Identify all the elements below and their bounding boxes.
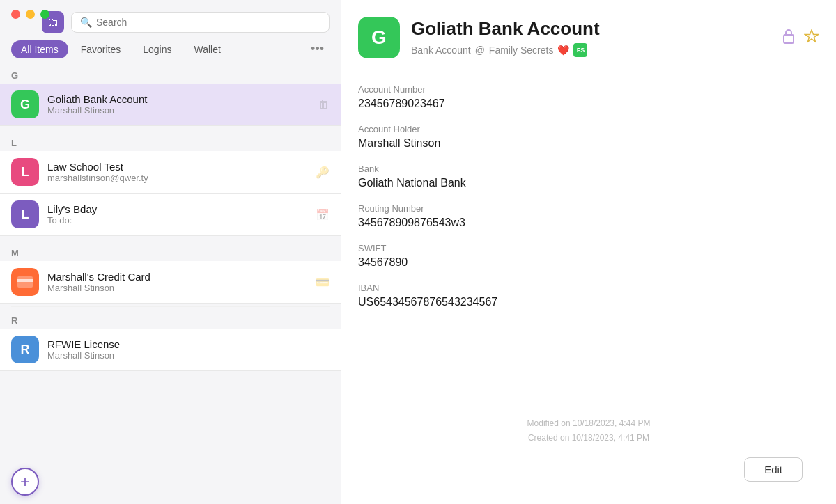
divider	[11, 306, 330, 307]
item-action-lawschool: 🔑	[316, 166, 330, 179]
field-group-bank: BankGoliath National Bank	[358, 164, 819, 189]
item-sub-rfwie: Marshall Stinson	[47, 350, 330, 361]
svg-rect-2	[784, 35, 794, 43]
field-value[interactable]: 345678909876543w3	[358, 216, 819, 229]
field-label: Account Number	[358, 84, 819, 95]
field-label: Bank	[358, 164, 819, 174]
close-button[interactable]	[11, 10, 20, 19]
item-icon-goliath: G	[11, 90, 39, 118]
detail-heart: ❤️	[557, 45, 569, 56]
item-info-lawschool: Law School Test marshallstinson@qwer.ty	[47, 161, 316, 183]
search-input[interactable]	[96, 17, 320, 28]
svg-marker-3	[805, 30, 819, 42]
app-container: 🗂 🔍 All Items Favorites Logins Wallet ••…	[0, 0, 836, 504]
item-icon-lilybday: L	[11, 200, 39, 228]
section-header-r: R	[0, 310, 341, 329]
item-name-rfwie: RFWIE License	[47, 338, 330, 350]
item-sub-creditcard: Marshall Stinson	[47, 283, 316, 293]
minimize-button[interactable]	[26, 10, 35, 19]
field-label: Routing Number	[358, 203, 819, 214]
field-group-swift: SWIFT34567890	[358, 243, 819, 269]
list-item-creditcard[interactable]: Marshall's Credit Card Marshall Stinson …	[0, 261, 341, 304]
field-group-iban: IBANUS65434567876543234567	[358, 283, 819, 308]
detail-type: Bank Account	[411, 45, 471, 56]
sidebar-tabs: All Items Favorites Logins Wallet •••	[0, 39, 341, 65]
field-label: IBAN	[358, 283, 819, 293]
detail-subtitle: Bank Account @ Family Secrets ❤️ FS	[411, 43, 782, 57]
svg-rect-1	[17, 279, 33, 282]
tab-wallet[interactable]: Wallet	[185, 40, 231, 58]
field-value[interactable]: Marshall Stinson	[358, 137, 819, 150]
detail-timestamps: Modified on 10/18/2023, 4:44 PM Created …	[358, 416, 819, 446]
field-value[interactable]: US65434567876543234567	[358, 296, 819, 308]
items-list: G G Goliath Bank Account Marshall Stinso…	[0, 65, 341, 459]
section-header-g: G	[0, 65, 341, 84]
detail-header: G Goliath Bank Account Bank Account @ Fa…	[341, 0, 836, 70]
item-info-creditcard: Marshall's Credit Card Marshall Stinson	[47, 271, 316, 293]
item-name-goliath: Goliath Bank Account	[47, 93, 318, 105]
item-icon-creditcard	[11, 268, 39, 296]
field-group-routing-number: Routing Number345678909876543w3	[358, 203, 819, 229]
tab-logins[interactable]: Logins	[133, 40, 181, 58]
edit-button[interactable]: Edit	[744, 457, 803, 482]
item-sub-lilybday: To do:	[47, 215, 316, 226]
field-value[interactable]: Goliath National Bank	[358, 177, 819, 189]
list-item-goliath[interactable]: G Goliath Bank Account Marshall Stinson …	[0, 84, 341, 126]
star-button[interactable]	[804, 29, 819, 47]
item-info-rfwie: RFWIE License Marshall Stinson	[47, 338, 330, 361]
item-action-lilybday: 📅	[316, 208, 330, 221]
created-text: Created on 10/18/2023, 4:41 PM	[358, 431, 819, 446]
sidebar-header: 🗂 🔍	[0, 0, 341, 39]
detail-fields: Account Number23456789023467Account Hold…	[341, 70, 836, 405]
search-bar[interactable]: 🔍	[71, 12, 330, 33]
add-button-container: +	[0, 459, 341, 504]
divider	[11, 129, 330, 129]
vault-badge-fs: FS	[573, 43, 587, 57]
item-name-creditcard: Marshall's Credit Card	[47, 271, 316, 283]
modified-text: Modified on 10/18/2023, 4:44 PM	[358, 416, 819, 432]
list-item-lilybday[interactable]: L Lily's Bday To do: 📅	[0, 194, 341, 236]
maximize-button[interactable]	[40, 10, 49, 19]
field-label: SWIFT	[358, 243, 819, 253]
list-item-lawschool[interactable]: L Law School Test marshallstinson@qwer.t…	[0, 151, 341, 194]
title-bar	[11, 10, 49, 19]
item-icon-rfwie: R	[11, 336, 39, 363]
more-tabs-button[interactable]: •••	[305, 39, 330, 59]
item-action-goliath: 🗑	[318, 98, 330, 111]
sidebar: 🗂 🔍 All Items Favorites Logins Wallet ••…	[0, 0, 341, 504]
item-name-lilybday: Lily's Bday	[47, 203, 316, 215]
field-value[interactable]: 23456789023467	[358, 97, 819, 110]
search-icon: 🔍	[80, 17, 92, 28]
field-value[interactable]: 34567890	[358, 256, 819, 269]
detail-footer: Modified on 10/18/2023, 4:44 PM Created …	[341, 405, 836, 504]
tab-all-items[interactable]: All Items	[11, 40, 68, 58]
field-group-account-holder: Account HolderMarshall Stinson	[358, 124, 819, 150]
item-name-lawschool: Law School Test	[47, 161, 316, 173]
field-group-account-number: Account Number23456789023467	[358, 84, 819, 110]
detail-title: Goliath Bank Account	[411, 18, 782, 40]
section-header-m: M	[0, 242, 341, 261]
list-item-rfwie[interactable]: R RFWIE License Marshall Stinson	[0, 329, 341, 371]
detail-at: @	[475, 45, 485, 56]
tab-favorites[interactable]: Favorites	[71, 40, 131, 58]
item-info-lilybday: Lily's Bday To do:	[47, 203, 316, 226]
item-info-goliath: Goliath Bank Account Marshall Stinson	[47, 93, 318, 116]
item-action-creditcard: 💳	[316, 276, 330, 289]
divider	[11, 239, 330, 239]
detail-icon: G	[358, 17, 400, 58]
add-item-button[interactable]: +	[11, 468, 39, 496]
item-icon-lawschool: L	[11, 158, 39, 186]
field-label: Account Holder	[358, 124, 819, 134]
item-sub-goliath: Marshall Stinson	[47, 105, 318, 116]
detail-panel: G Goliath Bank Account Bank Account @ Fa…	[341, 0, 836, 504]
detail-vault-name: Family Secrets	[489, 45, 554, 56]
detail-title-group: Goliath Bank Account Bank Account @ Fami…	[411, 18, 782, 56]
section-header-l: L	[0, 132, 341, 151]
lock-button[interactable]	[782, 29, 796, 47]
detail-actions	[782, 29, 819, 47]
item-sub-lawschool: marshallstinson@qwer.ty	[47, 173, 316, 183]
